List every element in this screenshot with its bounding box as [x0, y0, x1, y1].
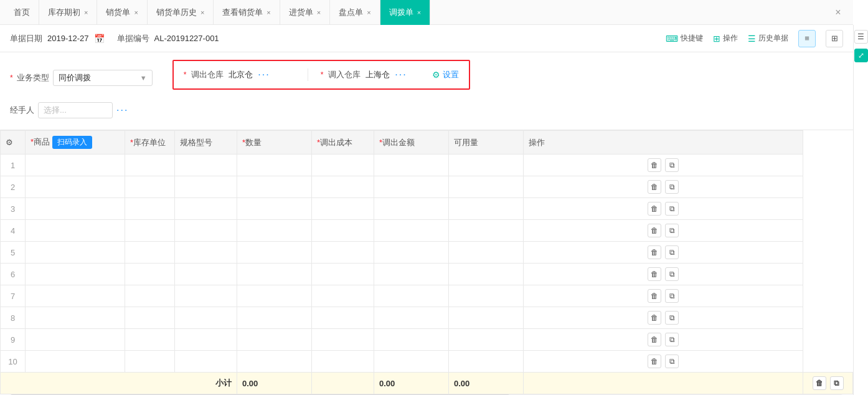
available-cell[interactable]: [449, 329, 524, 351]
unit-cell[interactable]: [125, 351, 175, 373]
tab-close-view-sales[interactable]: ×: [267, 9, 270, 16]
tab-home[interactable]: 首页: [5, 0, 39, 25]
qty-cell[interactable]: [237, 264, 312, 285]
copy-row-btn[interactable]: ⧉: [665, 355, 679, 368]
available-cell[interactable]: [449, 242, 524, 264]
available-cell[interactable]: [449, 285, 524, 307]
spec-cell[interactable]: [175, 242, 237, 264]
amount-cell[interactable]: [374, 307, 449, 329]
delete-row-btn[interactable]: 🗑: [648, 333, 661, 346]
copy-row-btn[interactable]: ⧉: [665, 180, 679, 194]
operation-btn[interactable]: ⊞ 操作: [713, 33, 738, 44]
copy-row-btn[interactable]: ⧉: [665, 311, 679, 325]
tab-close-purchase[interactable]: ×: [317, 9, 321, 16]
in-warehouse-more[interactable]: ···: [395, 69, 407, 80]
unit-cell[interactable]: [125, 242, 175, 264]
amount-cell[interactable]: [374, 264, 449, 285]
business-type-select[interactable]: 同价调拨 ▼: [53, 70, 153, 86]
delete-row-btn[interactable]: 🗑: [648, 267, 661, 281]
tab-sales[interactable]: 销货单 ×: [97, 0, 147, 25]
unit-cell[interactable]: [125, 285, 175, 307]
sidebar-expand-btn[interactable]: ⤢: [854, 49, 868, 62]
tab-close-inventory[interactable]: ×: [367, 9, 370, 16]
qty-cell[interactable]: [237, 242, 312, 264]
cost-cell[interactable]: [312, 264, 374, 285]
shortcut-btn[interactable]: ⌨ 快捷键: [666, 33, 703, 44]
available-cell[interactable]: [449, 198, 524, 220]
available-cell[interactable]: [449, 307, 524, 329]
out-warehouse-more[interactable]: ···: [258, 69, 270, 80]
product-cell[interactable]: [26, 351, 125, 373]
tab-inventory[interactable]: 盘点单 ×: [330, 0, 380, 25]
window-close-button[interactable]: ×: [828, 2, 848, 22]
amount-cell[interactable]: [374, 198, 449, 220]
cost-cell[interactable]: [312, 176, 374, 198]
spec-cell[interactable]: [175, 264, 237, 285]
amount-cell[interactable]: [374, 351, 449, 373]
spec-cell[interactable]: [175, 198, 237, 220]
tab-stock-init[interactable]: 库存期初 ×: [39, 0, 97, 25]
cost-cell[interactable]: [312, 220, 374, 242]
list-view-btn[interactable]: ≡: [798, 30, 816, 47]
qty-cell[interactable]: [237, 285, 312, 307]
tab-purchase[interactable]: 进货单 ×: [280, 0, 330, 25]
tab-close-sales-history[interactable]: ×: [200, 9, 204, 16]
copy-row-btn[interactable]: ⧉: [665, 202, 679, 216]
amount-cell[interactable]: [374, 242, 449, 264]
unit-cell[interactable]: [125, 176, 175, 198]
unit-cell[interactable]: [125, 307, 175, 329]
copy-row-btn[interactable]: ⧉: [665, 158, 679, 172]
sidebar-list-btn[interactable]: ☰: [854, 30, 868, 44]
delete-row-btn[interactable]: 🗑: [648, 289, 661, 303]
person-select[interactable]: 选择...: [38, 102, 113, 118]
available-cell[interactable]: [449, 351, 524, 373]
available-cell[interactable]: [449, 264, 524, 285]
tab-close-transfer[interactable]: ×: [417, 9, 421, 16]
tab-sales-history[interactable]: 销货单历史 ×: [148, 0, 214, 25]
copy-row-btn[interactable]: ⧉: [665, 245, 679, 259]
qty-cell[interactable]: [237, 155, 312, 176]
copy-row-btn[interactable]: ⧉: [665, 289, 679, 303]
cost-cell[interactable]: [312, 307, 374, 329]
tab-view-sales[interactable]: 查看销货单 ×: [214, 0, 280, 25]
product-cell[interactable]: [26, 307, 125, 329]
tab-transfer[interactable]: 调拨单 ×: [380, 0, 430, 25]
history-btn[interactable]: ☰ 历史单据: [748, 33, 788, 44]
delete-row-btn[interactable]: 🗑: [648, 158, 661, 172]
settings-button[interactable]: ⚙ 设置: [432, 69, 459, 80]
qty-cell[interactable]: [237, 176, 312, 198]
spec-cell[interactable]: [175, 220, 237, 242]
available-cell[interactable]: [449, 176, 524, 198]
available-cell[interactable]: [449, 155, 524, 176]
delete-row-btn[interactable]: 🗑: [648, 245, 661, 259]
product-cell[interactable]: [26, 155, 125, 176]
cost-cell[interactable]: [312, 198, 374, 220]
spec-cell[interactable]: [175, 351, 237, 373]
spec-cell[interactable]: [175, 307, 237, 329]
spec-cell[interactable]: [175, 176, 237, 198]
amount-cell[interactable]: [374, 329, 449, 351]
spec-cell[interactable]: [175, 285, 237, 307]
amount-cell[interactable]: [374, 176, 449, 198]
qty-cell[interactable]: [237, 220, 312, 242]
tab-close-sales[interactable]: ×: [134, 9, 138, 16]
unit-cell[interactable]: [125, 155, 175, 176]
copy-row-btn[interactable]: ⧉: [830, 376, 844, 390]
delete-row-btn[interactable]: 🗑: [648, 311, 661, 325]
available-cell[interactable]: [449, 220, 524, 242]
qty-cell[interactable]: [237, 329, 312, 351]
copy-row-btn[interactable]: ⧉: [665, 267, 679, 281]
unit-cell[interactable]: [125, 198, 175, 220]
cost-cell[interactable]: [312, 155, 374, 176]
product-cell[interactable]: [26, 242, 125, 264]
product-cell[interactable]: [26, 176, 125, 198]
calendar-icon[interactable]: 📅: [94, 34, 105, 44]
cost-cell[interactable]: [312, 329, 374, 351]
qty-cell[interactable]: [237, 351, 312, 373]
unit-cell[interactable]: [125, 220, 175, 242]
grid-view-btn[interactable]: ⊞: [826, 30, 843, 47]
unit-cell[interactable]: [125, 329, 175, 351]
unit-cell[interactable]: [125, 264, 175, 285]
product-cell[interactable]: [26, 220, 125, 242]
copy-row-btn[interactable]: ⧉: [665, 333, 679, 346]
